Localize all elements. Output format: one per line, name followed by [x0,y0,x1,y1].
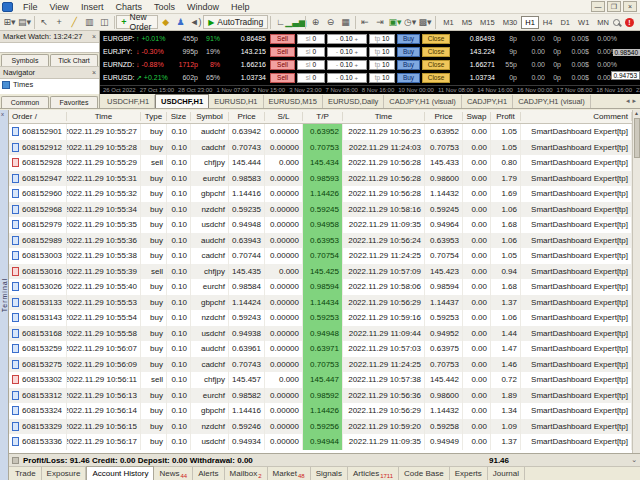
terminal-side-bar[interactable]: x Terminal [0,110,9,480]
tab-tick-chart[interactable]: Tick Chart [50,54,98,66]
close-button[interactable]: Close [422,73,450,83]
table-row[interactable]: 6081529682022.11.29 10:55:34buy0.10nzdch… [9,202,632,218]
chart-tab[interactable]: EURUSD,Daily [323,95,384,108]
tab-trade[interactable]: Trade [10,467,42,480]
template-button[interactable]: ▩▾ [418,15,433,29]
table-row[interactable]: 6081533292022.11.29 10:56:15buy0.10nzdch… [9,419,632,435]
table-row[interactable]: 6081529892022.11.29 10:55:36buy0.10audch… [9,233,632,249]
column-header-c9[interactable]: Price [425,112,463,121]
column-header-c1[interactable]: Time [67,112,141,121]
bar-chart-button[interactable]: ▥ [82,15,97,29]
tile-windows-button[interactable]: ▦ [338,15,353,29]
tab-code-base[interactable]: Code Base [399,467,450,480]
lot-stepper[interactable]: -0.10+ [327,73,367,83]
buy-button[interactable]: Buy [397,60,420,70]
tab-signals[interactable]: Signals [311,467,348,480]
close-button[interactable]: Close [422,47,450,57]
table-row[interactable]: 6081533122022.11.29 10:56:13buy0.10eurch… [9,388,632,404]
table-row[interactable]: 6081533022022.11.29 10:56:11sell0.10chfj… [9,372,632,388]
sound-button[interactable]: ◄) [188,15,203,29]
table-row[interactable]: 6081533242022.11.29 10:56:14buy0.10gbpch… [9,403,632,419]
new-order-button[interactable]: + New Order [116,15,158,29]
scroll-right-icon[interactable]: ▸ [632,97,636,105]
minimize-icon[interactable]: — [591,1,605,12]
draw-line-button[interactable]: ╱ [67,15,82,29]
timeframe-m15-button[interactable]: M15 [476,16,499,29]
plus-icon[interactable]: + [355,62,359,68]
vertical-scrollbar[interactable]: ▲ [632,110,640,453]
table-row[interactable]: 6081532752022.11.29 10:56:09buy0.10cadch… [9,357,632,373]
close-button[interactable]: Close [422,60,450,70]
menu-file[interactable]: File [17,2,44,12]
tab-market[interactable]: Market48 [268,467,311,480]
timeframe-d1-button[interactable]: D1 [556,16,574,29]
minus-icon[interactable]: - [336,75,338,81]
chart-tab[interactable]: CADJPY,H1 [462,95,513,108]
tab-alerts[interactable]: Alerts [193,467,224,480]
autotrading-button[interactable]: ▶ AutoTrading [203,15,268,29]
lot-stepper[interactable]: -0.10+ [327,60,367,70]
tab-articles[interactable]: Articles1711 [348,467,399,480]
table-row[interactable]: 6081529282022.11.29 10:55:29sell0.10chfj… [9,155,632,171]
takeprofit-field[interactable]: tp10 [369,34,395,44]
cursor-button[interactable]: ↖ [37,15,52,29]
accounts-button[interactable]: ♟ [173,15,188,29]
search-icon[interactable] [613,19,620,26]
timeframe-m5-button[interactable]: M5 [458,16,476,29]
expert-advisors-button[interactable]: ◆ [158,15,173,29]
close-icon[interactable]: x [1,111,4,117]
table-row[interactable]: 6081531432022.11.29 10:55:54buy0.10nzdch… [9,310,632,326]
candle-chart-button[interactable]: ◫ [97,15,112,29]
minus-icon[interactable]: - [336,36,338,42]
sell-button[interactable]: Sell [270,60,295,70]
stoploss-field[interactable]: sl0 [297,47,325,57]
profiles-button[interactable]: ▤▾ [17,15,32,29]
chart-tab[interactable]: USDCHF,H1 [155,94,209,108]
tab-experts[interactable]: Experts [450,467,488,480]
column-header-c7[interactable]: T/P [303,112,343,121]
column-header-c4[interactable]: Symbol [191,112,229,121]
table-row[interactable]: 6081529472022.11.29 10:55:31buy0.10eurch… [9,171,632,187]
table-row[interactable]: 6081530262022.11.29 10:55:40buy0.10eurch… [9,279,632,295]
tab-journal[interactable]: Journal [488,467,525,480]
timeframe-h1-button[interactable]: H1 [521,16,539,29]
takeprofit-field[interactable]: tp10 [369,60,395,70]
objects-button[interactable]: ▁▃▅ [288,15,303,29]
chart-tab[interactable]: USDCHF,H1 [102,95,155,108]
chart-tab[interactable]: EURUSD,M15 [264,95,323,108]
minus-icon[interactable]: - [336,49,338,55]
plus-icon[interactable]: + [355,75,359,81]
menu-charts[interactable]: Charts [109,2,148,12]
tab-exposure[interactable]: Exposure [42,467,87,480]
table-row[interactable]: 6081530032022.11.29 10:55:38buy0.10cadch… [9,248,632,264]
sell-button[interactable]: Sell [270,47,295,57]
menu-help[interactable]: Help [225,2,256,12]
column-header-c11[interactable]: Profit [491,112,521,121]
tab-favorites[interactable]: Favorites [50,96,98,108]
column-header-c5[interactable]: Price [229,112,265,121]
period-button[interactable]: ◷▾ [403,15,418,29]
table-row[interactable]: 6081533362022.11.29 10:56:17buy0.10usdch… [9,434,632,450]
scroll-up-icon[interactable]: ▲ [634,110,639,116]
buy-button[interactable]: Buy [397,47,420,57]
crosshair-button[interactable]: + [52,15,67,29]
column-header-c8[interactable]: Time [343,112,425,121]
notification-icon[interactable]: ! [625,18,634,27]
restore-icon[interactable]: ❐ [607,1,621,12]
sell-button[interactable]: Sell [270,34,295,44]
timeframe-m1-button[interactable]: M1 [439,16,457,29]
timeframe-m30-button[interactable]: M30 [499,16,522,29]
strategy-tester-button[interactable]: ▣▾ [388,15,403,29]
step-forward-button[interactable]: ⇥ [373,15,388,29]
menu-view[interactable]: View [44,2,75,12]
table-row[interactable]: 6081529012022.11.29 10:55:27buy0.10audch… [9,124,632,140]
scrollbar-thumb[interactable] [634,118,640,158]
zoom-in-button[interactable]: ⊕ [308,15,323,29]
tab-news[interactable]: News44 [154,467,193,480]
takeprofit-field[interactable]: tp10 [369,73,395,83]
takeprofit-field[interactable]: tp10 [369,47,395,57]
timeframe-mn-button[interactable]: MN [593,16,613,29]
column-header-c3[interactable]: Size [167,112,191,121]
table-row[interactable]: 6081532592022.11.29 10:56:07buy0.10audch… [9,341,632,357]
stoploss-field[interactable]: sl0 [297,60,325,70]
